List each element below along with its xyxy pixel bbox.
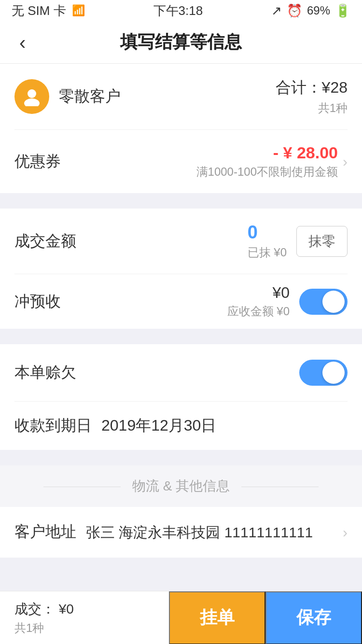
customer-row: 零散客户 合计：¥28 共1种 [0, 64, 362, 129]
status-right: ↗ ⏰ 69% 🔋 [271, 3, 350, 18]
section-divider-1 [0, 201, 362, 209]
coupon-discount: - ¥ 28.00 [196, 143, 338, 162]
location-icon: ↗ [271, 3, 282, 18]
svg-point-1 [24, 98, 40, 106]
battery-icon: 🔋 [335, 3, 350, 18]
prepay-label: 冲预收 [14, 291, 61, 312]
customer-avatar [14, 79, 49, 114]
address-value: 张三 海淀永丰科技园 11111111111 [86, 521, 313, 543]
deal-amount-info: 0 已抹 ¥0 [248, 222, 287, 260]
address-section: 客户地址 张三 海淀永丰科技园 11111111111 › [0, 507, 362, 558]
total-count: 共1种 [276, 100, 348, 116]
status-time: 下午3:18 [153, 2, 203, 19]
prepay-amount: ¥0 [227, 284, 290, 302]
coupon-desc: 满1000-100不限制使用金额 [196, 164, 338, 180]
bottom-item-count: 共1种 [14, 620, 154, 636]
logistics-section: 物流 & 其他信息 [0, 465, 362, 507]
deal-amount-row: 成交金额 0 已抹 ¥0 抹零 [0, 209, 362, 274]
nav-bar: ‹ 填写结算等信息 [0, 21, 362, 64]
svg-point-0 [28, 89, 36, 98]
status-bar: 无 SIM 卡 📶 下午3:18 ↗ ⏰ 69% 🔋 [0, 0, 362, 21]
deal-amount-sub: 已抹 ¥0 [248, 245, 287, 260]
deal-amount-label: 成交金额 [14, 231, 76, 252]
section-divider-2 [0, 336, 362, 344]
prepay-values: ¥0 应收金额 ¥0 [227, 284, 290, 319]
debt-toggle[interactable] [299, 360, 348, 386]
back-button[interactable]: ‹ [14, 28, 30, 57]
due-date-value: 2019年12月30日 [101, 415, 216, 436]
bottom-deal-amount: 成交： ¥0 [14, 600, 154, 618]
battery-level: 69% [307, 4, 330, 17]
logistics-title: 物流 & 其他信息 [132, 478, 230, 493]
debt-section: 本单赊欠 收款到期日 2019年12月30日 [0, 344, 362, 450]
coupon-right: - ¥ 28.00 满1000-100不限制使用金额 › [196, 143, 348, 180]
prepay-right: ¥0 应收金额 ¥0 [227, 284, 348, 319]
debt-label: 本单赊欠 [14, 362, 76, 383]
bottom-summary: 成交： ¥0 共1种 [0, 600, 169, 636]
prepay-row: 冲预收 ¥0 应收金额 ¥0 [0, 274, 362, 329]
debt-row: 本单赊欠 [0, 344, 362, 401]
customer-left: 零散客户 [14, 79, 121, 114]
prepay-toggle[interactable] [299, 289, 348, 315]
address-left: 客户地址 张三 海淀永丰科技园 11111111111 [14, 521, 313, 543]
sim-status: 无 SIM 卡 [12, 2, 66, 19]
address-chevron-icon: › [343, 524, 348, 541]
deal-amount-right: 0 已抹 ¥0 抹零 [248, 222, 348, 260]
content-area: 零散客户 合计：¥28 共1种 优惠券 - ¥ 28.00 满1000-100不… [0, 64, 362, 623]
section-divider-3 [0, 458, 362, 465]
chevron-right-icon: › [343, 154, 348, 170]
total-amount: 合计：¥28 [276, 77, 348, 98]
deal-amount-value: 0 [248, 222, 287, 243]
bottom-bar: 成交： ¥0 共1种 挂单 保存 [0, 591, 362, 644]
coupon-info: - ¥ 28.00 满1000-100不限制使用金额 [196, 143, 338, 180]
logistics-line-left [43, 487, 121, 487]
address-row[interactable]: 客户地址 张三 海淀永丰科技园 11111111111 › [0, 507, 362, 558]
prepay-sub: 应收金额 ¥0 [227, 304, 290, 319]
save-button[interactable]: 保存 [265, 591, 362, 644]
coupon-label: 优惠券 [14, 151, 61, 172]
status-left: 无 SIM 卡 📶 [12, 2, 85, 19]
customer-totals: 合计：¥28 共1种 [276, 77, 348, 116]
due-date-row: 收款到期日 2019年12月30日 [0, 402, 362, 450]
page-title: 填写结算等信息 [120, 30, 242, 54]
alarm-icon: ⏰ [287, 3, 302, 18]
logistics-line-right [241, 487, 319, 487]
customer-section: 零散客户 合计：¥28 共1种 优惠券 - ¥ 28.00 满1000-100不… [0, 64, 362, 193]
hold-order-button[interactable]: 挂单 [169, 591, 265, 644]
round-zero-button[interactable]: 抹零 [296, 226, 348, 257]
customer-name: 零散客户 [59, 86, 121, 107]
deal-amount-section: 成交金额 0 已抹 ¥0 抹零 冲预收 ¥0 应收金额 ¥0 [0, 209, 362, 329]
wifi-icon: 📶 [72, 4, 85, 17]
address-label: 客户地址 [14, 521, 76, 543]
due-date-label: 收款到期日 [14, 415, 92, 436]
coupon-row[interactable]: 优惠券 - ¥ 28.00 满1000-100不限制使用金额 › [0, 130, 362, 193]
